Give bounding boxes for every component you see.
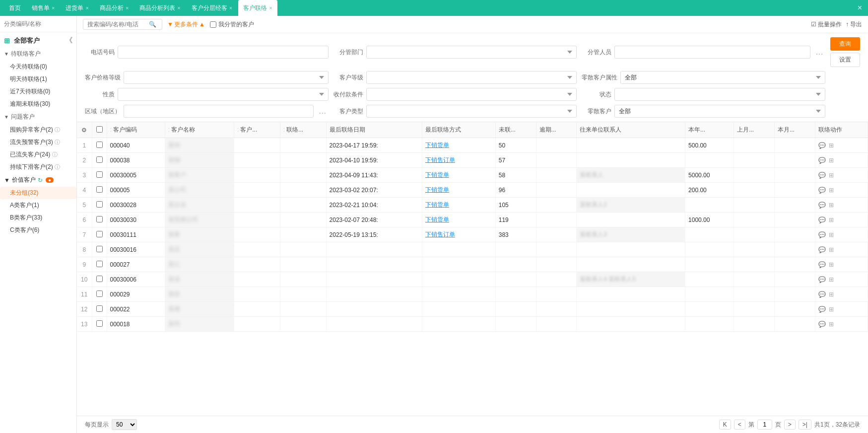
nav-customer-segment[interactable]: 客户分层经客 ×	[187, 0, 237, 16]
dept-select[interactable]	[366, 46, 577, 59]
col-this-year[interactable]: 本年...	[685, 122, 734, 138]
chat-icon[interactable]: 💬	[818, 202, 826, 209]
chat-icon[interactable]: 💬	[818, 261, 826, 268]
col-last-date[interactable]: 最后联络日期	[326, 122, 422, 138]
row-last-method[interactable]: 下销货单	[422, 198, 495, 213]
nav-customer-segment-close[interactable]: ×	[229, 5, 232, 11]
row-checkbox[interactable]	[92, 168, 107, 183]
my-customers-check[interactable]: 我分管的客户	[210, 20, 254, 29]
chat-icon[interactable]: 💬	[818, 187, 826, 194]
chat-icon[interactable]: 💬	[818, 246, 826, 253]
status-select[interactable]	[614, 88, 825, 101]
row-checkbox[interactable]	[92, 302, 107, 317]
sidebar-item-today[interactable]: 今天待联络(0)	[0, 61, 76, 73]
window-close-btn[interactable]: ×	[856, 3, 864, 12]
chat-icon[interactable]: 💬	[818, 142, 826, 149]
grid-action-icon[interactable]: ⊞	[829, 306, 834, 313]
select-all-checkbox[interactable]	[96, 126, 103, 133]
nav-analysis-list[interactable]: 商品分析列表 ×	[134, 0, 185, 16]
row-checkbox[interactable]	[92, 317, 107, 332]
grid-action-icon[interactable]: ⊞	[829, 276, 834, 283]
row-checkbox[interactable]	[92, 138, 107, 153]
phone-input[interactable]	[118, 46, 329, 59]
prev-page-btn[interactable]: <	[734, 420, 745, 430]
col-settings[interactable]: ⚙	[77, 122, 92, 138]
row-checkbox[interactable]	[92, 272, 107, 287]
query-btn[interactable]: 查询	[830, 37, 860, 51]
row-last-method[interactable]	[422, 257, 495, 272]
row-last-method[interactable]: 下销货单	[422, 183, 495, 198]
grid-action-icon[interactable]: ⊞	[829, 157, 834, 164]
grid-action-icon[interactable]: ⊞	[829, 172, 834, 179]
row-last-method[interactable]: 下销货单	[422, 138, 495, 153]
export-btn[interactable]: ↑ 导出	[846, 20, 862, 29]
grid-action-icon[interactable]: ⊞	[829, 187, 834, 194]
col-code[interactable]: :客户编码	[107, 122, 165, 138]
col-contact-person[interactable]: 往来单位联系人	[577, 122, 685, 138]
row-checkbox[interactable]	[92, 153, 107, 168]
sidebar-search-input[interactable]	[4, 20, 77, 27]
grid-action-icon[interactable]: ⊞	[829, 246, 834, 253]
sidebar-item-b-class[interactable]: B类客户(33)	[0, 212, 76, 224]
refresh-icon[interactable]: ↻	[38, 177, 43, 184]
nav-purchase[interactable]: 进货单 ×	[61, 0, 93, 16]
sidebar-collapse-btn[interactable]: 《	[66, 36, 72, 45]
col-checkbox[interactable]	[92, 122, 107, 138]
chat-icon[interactable]: 💬	[818, 231, 826, 238]
row-checkbox[interactable]	[92, 213, 107, 227]
reset-btn[interactable]: 设置	[830, 53, 860, 67]
retail-attr-select[interactable]: 全部	[620, 71, 825, 84]
grid-action-icon[interactable]: ⊞	[829, 261, 834, 268]
retail-cust-select[interactable]: 全部	[614, 105, 825, 118]
row-checkbox[interactable]	[92, 183, 107, 198]
batch-ops-btn[interactable]: ☑ 批量操作	[811, 20, 842, 29]
more-conditions-btn[interactable]: ▼ 更多条件 ▲	[167, 20, 205, 29]
chat-icon[interactable]: 💬	[818, 276, 826, 283]
sidebar-item-abnormal[interactable]: 囤购异常客户(2) ⓘ	[0, 124, 76, 136]
row-last-method[interactable]: 下销售订单	[422, 227, 495, 242]
row-last-method[interactable]: 下销货单	[422, 168, 495, 183]
last-page-btn[interactable]: >|	[799, 420, 811, 430]
nav-analysis-close[interactable]: ×	[126, 5, 129, 11]
first-page-btn[interactable]: K	[719, 420, 731, 430]
cust-type-select[interactable]	[366, 105, 577, 118]
chat-icon[interactable]: 💬	[818, 291, 826, 298]
nav-customer-contact-close[interactable]: ×	[269, 5, 272, 11]
page-input[interactable]	[757, 420, 772, 430]
nature-select[interactable]	[118, 88, 329, 101]
sidebar-item-ungroup[interactable]: 未分组(32)	[0, 187, 76, 199]
col-last-method[interactable]: 最后联络方式	[422, 122, 495, 138]
filter-search-icon[interactable]: 🔍	[149, 21, 156, 28]
grid-action-icon[interactable]: ⊞	[829, 291, 834, 298]
filter-search-input[interactable]	[87, 21, 147, 28]
grid-action-icon[interactable]: ⊞	[829, 142, 834, 149]
nav-analysis-list-close[interactable]: ×	[177, 5, 180, 11]
nav-analysis[interactable]: 商品分析 ×	[95, 0, 134, 16]
chat-icon[interactable]: 💬	[818, 172, 826, 179]
page-size-select[interactable]: 50 100 200	[112, 419, 137, 430]
col-this-month[interactable]: 本月...	[774, 122, 815, 138]
sidebar-item-churn-warning[interactable]: 流失预警客户(3) ⓘ	[0, 136, 76, 148]
chat-icon[interactable]: 💬	[818, 306, 826, 313]
row-last-method[interactable]	[422, 317, 495, 332]
chat-icon[interactable]: 💬	[818, 321, 826, 328]
region-ellipsis[interactable]: …	[317, 107, 329, 116]
sidebar-item-churned[interactable]: 已流失客户(24) ⓘ	[0, 148, 76, 161]
my-customers-checkbox[interactable]	[210, 21, 216, 28]
row-last-method[interactable]	[422, 242, 495, 257]
col-overdue[interactable]: 逾期...	[536, 122, 577, 138]
chat-icon[interactable]: 💬	[818, 216, 826, 223]
row-checkbox[interactable]	[92, 257, 107, 272]
col-last-month[interactable]: 上月...	[734, 122, 775, 138]
row-last-method[interactable]: 下销售订单	[422, 153, 495, 168]
nav-purchase-close[interactable]: ×	[85, 5, 88, 11]
cust-level-select[interactable]	[366, 71, 577, 84]
row-checkbox[interactable]	[92, 287, 107, 302]
sidebar-section-pending[interactable]: ▼ 待联络客户	[0, 47, 76, 61]
payment-select[interactable]	[366, 88, 577, 101]
grid-action-icon[interactable]: ⊞	[829, 202, 834, 209]
manager-input[interactable]	[614, 46, 810, 59]
sidebar-item-a-class[interactable]: A类客户(1)	[0, 199, 76, 212]
chat-icon[interactable]: 💬	[818, 157, 826, 164]
next-page-btn[interactable]: >	[784, 420, 796, 430]
